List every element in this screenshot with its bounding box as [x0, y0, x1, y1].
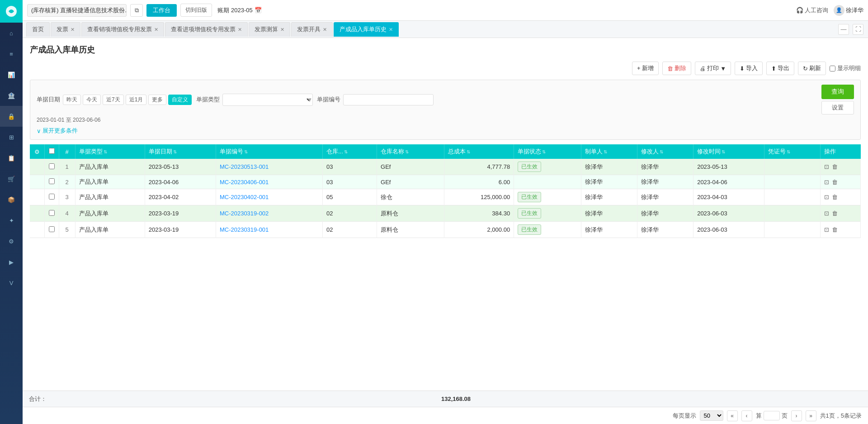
tab-product-history[interactable]: 产成品入库单历史 ✕ [334, 22, 399, 37]
new-button[interactable]: + 新增 [632, 62, 659, 75]
user-menu[interactable]: 👤 徐泽华 [834, 5, 863, 16]
edit-icon[interactable]: ⊡ [824, 210, 829, 217]
th-warehouse-code[interactable]: 仓库...⇅ [322, 144, 377, 159]
th-checkbox[interactable] [44, 144, 59, 159]
logo[interactable] [0, 0, 23, 23]
th-type[interactable]: 单据类型⇅ [75, 144, 145, 159]
edit-icon[interactable]: ⊡ [824, 163, 829, 170]
row-checkbox[interactable] [49, 226, 55, 232]
minimize-btn[interactable]: — [838, 24, 849, 35]
tab-sales-invoice-close[interactable]: ✕ [154, 27, 158, 33]
td-checkbox[interactable] [44, 159, 59, 175]
edit-icon[interactable]: ⊡ [824, 226, 829, 233]
tab-invoice-close[interactable]: ✕ [71, 27, 75, 33]
sidebar-item-chart[interactable]: 📊 [0, 64, 23, 85]
edit-icon[interactable]: ⊡ [824, 179, 829, 186]
sidebar-item-play[interactable]: ▶ [0, 252, 23, 272]
tab-purchase-invoice-close[interactable]: ✕ [238, 27, 242, 33]
filter-date-today[interactable]: 今天 [83, 95, 101, 105]
delete-row-icon[interactable]: 🗑 [832, 163, 838, 170]
delete-button[interactable]: 🗑 删除 [662, 62, 691, 75]
service-button[interactable]: 🎧 人工咨询 [796, 6, 828, 14]
delete-row-icon[interactable]: 🗑 [832, 210, 838, 217]
filter-date-1month[interactable]: 近1月 [126, 95, 147, 105]
expand-filter-btn[interactable]: ∨ 展开更多条件 [37, 127, 854, 135]
delete-row-icon[interactable]: 🗑 [832, 194, 838, 200]
edit-icon[interactable]: ⊡ [824, 194, 829, 200]
row-checkbox[interactable] [49, 178, 55, 184]
old-version-button[interactable]: 切到旧版 [180, 4, 212, 17]
td-checkbox[interactable] [44, 189, 59, 205]
print-button[interactable]: 🖨 打印 ▼ [695, 62, 731, 75]
last-page-btn[interactable]: » [806, 410, 816, 421]
row-number-link[interactable]: MC-20230319-002 [220, 210, 269, 217]
sidebar-item-cart[interactable]: 🛒 [0, 168, 23, 189]
delete-row-icon[interactable]: 🗑 [832, 179, 838, 186]
sidebar-item-document[interactable]: ≡ [0, 43, 23, 64]
th-settings[interactable]: ⚙ [30, 144, 44, 159]
import-button[interactable]: ⬇ 导入 [735, 62, 763, 75]
show-detail-input[interactable] [830, 66, 835, 71]
th-warehouse-name[interactable]: 仓库名称⇅ [377, 144, 444, 159]
company-selector[interactable]: (库存核算) 直播轻捷通信息技术股份... ▼ [27, 4, 127, 17]
th-creator[interactable]: 制单人⇅ [581, 144, 637, 159]
row-number-link[interactable]: MC-20230319-001 [220, 226, 269, 233]
tab-sales-invoice[interactable]: 查看销项增值税专用发票 ✕ [81, 22, 164, 37]
sidebar-item-home[interactable]: ⌂ [0, 23, 23, 43]
tab-home[interactable]: 首页 [26, 22, 50, 37]
sidebar-item-settings[interactable]: ⚙ [0, 231, 23, 252]
row-checkbox[interactable] [49, 194, 55, 200]
row-number-link[interactable]: MC-20230513-001 [220, 163, 269, 170]
tab-purchase-invoice[interactable]: 查看进项增值税专用发票 ✕ [165, 22, 248, 37]
td-checkbox[interactable] [44, 222, 59, 238]
calendar-icon[interactable]: 📅 [255, 7, 262, 14]
page-number-input[interactable]: 1 [764, 411, 780, 420]
filter-date-7days[interactable]: 近7天 [103, 95, 124, 105]
next-page-btn[interactable]: › [791, 410, 802, 421]
first-page-btn[interactable]: « [727, 410, 738, 421]
row-checkbox[interactable] [49, 210, 55, 216]
workbench-button[interactable]: 工作台 [146, 4, 177, 17]
show-detail-checkbox[interactable]: 显示明细 [830, 64, 861, 72]
copy-icon-btn[interactable]: ⧉ [130, 4, 143, 17]
filter-type-select[interactable] [222, 94, 313, 106]
delete-row-icon[interactable]: 🗑 [832, 226, 838, 233]
tab-invoice-open[interactable]: 发票开具 ✕ [291, 22, 333, 37]
th-total-cost[interactable]: 总成本⇅ [444, 144, 514, 159]
row-checkbox[interactable] [49, 163, 55, 169]
filter-date-more[interactable]: 更多 [148, 95, 166, 105]
tab-invoice[interactable]: 发票 ✕ [51, 22, 80, 37]
th-number[interactable]: 单据编号⇅ [216, 144, 322, 159]
select-all-checkbox[interactable] [49, 148, 55, 154]
tab-invoice-calc[interactable]: 发票测算 ✕ [249, 22, 290, 37]
th-date[interactable]: 单据日期⇅ [145, 144, 216, 159]
th-modify-time[interactable]: 修改时间⇅ [693, 144, 764, 159]
maximize-btn[interactable]: ⛶ [853, 24, 863, 35]
sidebar-item-bank[interactable]: 🏦 [0, 85, 23, 106]
filter-date-yesterday[interactable]: 昨天 [63, 95, 81, 105]
tab-product-history-close[interactable]: ✕ [389, 27, 393, 33]
td-checkbox[interactable] [44, 205, 59, 222]
th-voucher[interactable]: 凭证号⇅ [764, 144, 821, 159]
sidebar-item-v[interactable]: V [0, 272, 23, 293]
refresh-button[interactable]: ↻ 刷新 [798, 62, 826, 75]
sidebar-item-report[interactable]: 📋 [0, 148, 23, 168]
row-number-link[interactable]: MC-20230402-001 [220, 194, 269, 200]
sidebar-item-lock[interactable]: 🔒 [0, 106, 23, 127]
tab-invoice-calc-close[interactable]: ✕ [280, 27, 284, 33]
tab-invoice-open-close[interactable]: ✕ [323, 27, 327, 33]
td-checkbox[interactable] [44, 175, 59, 189]
export-button[interactable]: ⬆ 导出 [766, 62, 794, 75]
page-size-select[interactable]: 50 20 100 [700, 410, 723, 421]
sidebar-item-grid[interactable]: ⊞ [0, 127, 23, 148]
th-status[interactable]: 单据状态⇅ [514, 144, 581, 159]
sidebar-item-purchase[interactable]: 📦 [0, 189, 23, 210]
th-modifier[interactable]: 修改人⇅ [637, 144, 693, 159]
filter-date-custom[interactable]: 自定义 [168, 95, 192, 105]
filter-number-input[interactable] [343, 94, 434, 105]
sidebar-item-stamp[interactable]: ✦ [0, 210, 23, 231]
row-number-link[interactable]: MC-20230406-001 [220, 179, 269, 186]
query-button[interactable]: 查询 [821, 85, 854, 99]
prev-page-btn[interactable]: ‹ [741, 410, 752, 421]
set-button[interactable]: 设置 [821, 101, 854, 114]
